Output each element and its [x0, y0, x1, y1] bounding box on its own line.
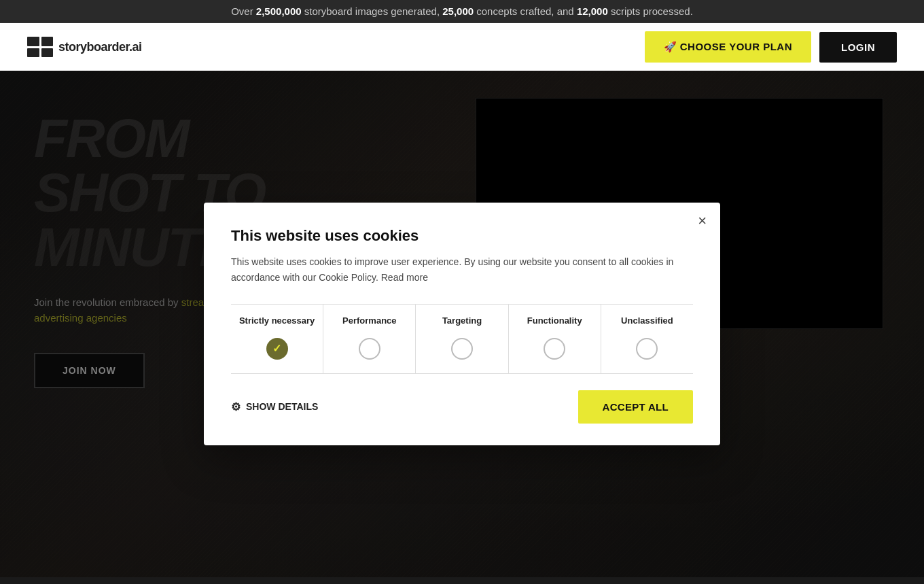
category-performance: Performance [323, 305, 416, 373]
category-label-performance: Performance [342, 315, 396, 327]
category-functionality: Functionality [509, 305, 601, 373]
cookie-categories: Strictly necessary Performance Targeting… [231, 304, 693, 374]
login-button[interactable]: LOGIN [819, 32, 897, 63]
stat-scripts: 12,000 [577, 5, 608, 17]
category-label-targeting: Targeting [442, 315, 482, 327]
category-unclassified: Unclassified [601, 305, 693, 373]
category-checkbox-functionality[interactable] [544, 338, 565, 360]
cookie-modal: × This website uses cookies This website… [204, 203, 720, 445]
modal-title: This website uses cookies [231, 227, 693, 245]
modal-description: This website uses cookies to improve use… [231, 254, 693, 285]
cookie-modal-overlay: × This website uses cookies This website… [0, 71, 924, 577]
category-strictly-necessary: Strictly necessary [231, 305, 323, 373]
accept-all-button[interactable]: ACCEPT ALL [578, 390, 693, 424]
logo-cell-2 [41, 37, 54, 46]
announcement-text-3: concepts crafted, and [474, 5, 577, 17]
header: storyboarder.ai 🚀 CHOOSE YOUR PLAN LOGIN [0, 23, 924, 71]
gear-icon: ⚙ [231, 400, 241, 413]
logo-word2: boarder [87, 40, 130, 54]
logo-cell-4 [41, 48, 54, 58]
logo-ai: .ai [129, 40, 142, 54]
announcement-bar: Over 2,500,000 storyboard images generat… [0, 0, 924, 23]
logo[interactable]: storyboarder.ai [27, 37, 142, 57]
modal-footer: ⚙ SHOW DETAILS ACCEPT ALL [231, 390, 693, 424]
logo-grid-icon [27, 37, 53, 57]
category-targeting: Targeting [416, 305, 508, 373]
choose-plan-button[interactable]: 🚀 CHOOSE YOUR PLAN [645, 31, 811, 63]
stat-concepts: 25,000 [442, 5, 474, 17]
announcement-text-4: scripts processed. [608, 5, 693, 17]
announcement-text-prefix: Over [231, 5, 256, 17]
show-details-label: SHOW DETAILS [246, 401, 318, 412]
stat-images: 2,500,000 [256, 5, 302, 17]
logo-word1: story [58, 40, 87, 54]
modal-close-button[interactable]: × [698, 213, 707, 228]
category-checkbox-strictly[interactable] [266, 338, 288, 360]
show-details-button[interactable]: ⚙ SHOW DETAILS [231, 400, 318, 413]
announcement-text-2: storyboard images generated, [302, 5, 443, 17]
category-label-functionality: Functionality [527, 315, 582, 327]
category-label-strictly: Strictly necessary [239, 315, 315, 327]
logo-text: storyboarder.ai [58, 40, 142, 54]
logo-cell-1 [27, 37, 39, 46]
category-checkbox-targeting[interactable] [451, 338, 473, 360]
category-checkbox-unclassified[interactable] [636, 338, 658, 360]
nav-buttons: 🚀 CHOOSE YOUR PLAN LOGIN [645, 31, 897, 63]
logo-cell-3 [27, 48, 39, 58]
category-checkbox-performance[interactable] [359, 338, 380, 360]
hero-section: From SHOT TO Minute... Join the revoluti… [0, 71, 924, 577]
category-label-unclassified: Unclassified [621, 315, 673, 327]
